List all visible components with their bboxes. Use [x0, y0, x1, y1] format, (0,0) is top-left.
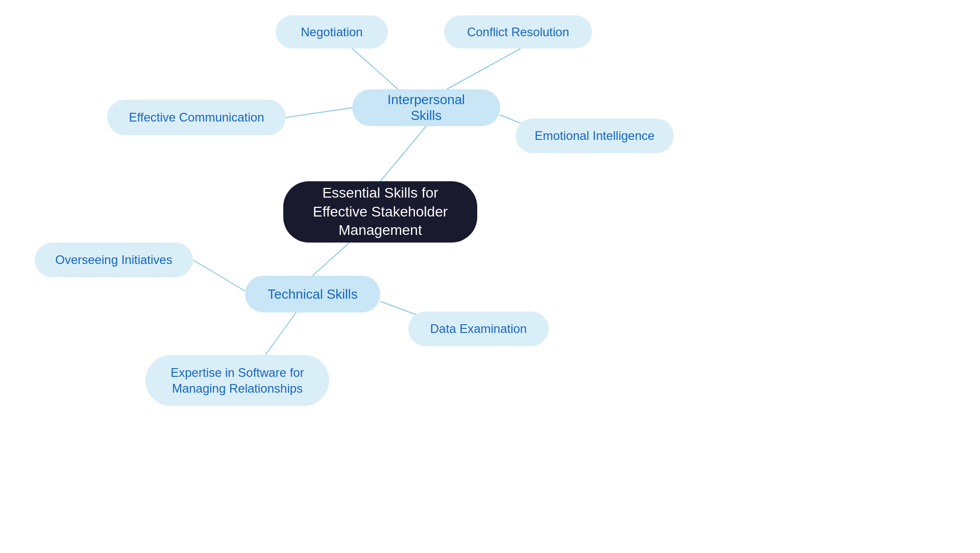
leaf-conflict-resolution: Conflict Resolution — [444, 15, 592, 49]
leaf-data-examination: Data Examination — [408, 311, 549, 346]
expertise-label: Expertise in Software for Managing Relat… — [162, 365, 313, 396]
negotiation-label: Negotiation — [301, 25, 362, 39]
technical-label: Technical Skills — [267, 286, 357, 302]
conflict-label: Conflict Resolution — [467, 25, 569, 39]
leaf-overseeing-initiatives: Overseeing Initiatives — [35, 243, 193, 277]
communication-label: Effective Communication — [129, 110, 264, 125]
svg-line-8 — [265, 312, 296, 355]
overseeing-label: Overseeing Initiatives — [55, 253, 172, 267]
leaf-expertise-software: Expertise in Software for Managing Relat… — [145, 355, 329, 406]
svg-line-3 — [447, 49, 521, 89]
svg-line-1 — [312, 243, 350, 276]
central-node: Essential Skills for Effective Stakehold… — [283, 181, 477, 243]
emotional-label: Emotional Intelligence — [535, 129, 655, 143]
branch-technical: Technical Skills — [245, 276, 380, 312]
svg-line-2 — [352, 49, 398, 89]
leaf-negotiation: Negotiation — [276, 15, 388, 49]
svg-line-4 — [286, 108, 352, 117]
interpersonal-label: Interpersonal Skills — [371, 92, 482, 124]
svg-line-0 — [380, 126, 426, 181]
branch-interpersonal: Interpersonal Skills — [352, 89, 500, 126]
leaf-effective-communication: Effective Communication — [107, 100, 286, 135]
leaf-emotional-intelligence: Emotional Intelligence — [516, 118, 674, 153]
central-label: Essential Skills for Effective Stakehold… — [296, 184, 465, 239]
data-label: Data Examination — [430, 322, 527, 336]
svg-line-6 — [193, 260, 245, 291]
